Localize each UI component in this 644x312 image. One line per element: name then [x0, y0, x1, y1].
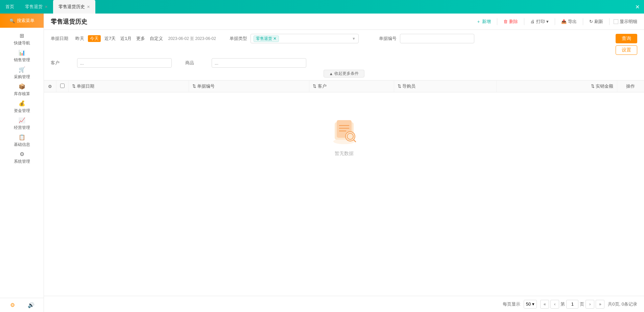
gear-button[interactable]: ⚙: [8, 300, 17, 310]
page-total: 共0页, 0条记录: [608, 301, 637, 307]
settings-icon: ⚙: [48, 84, 52, 89]
date-opt-custom[interactable]: 自定义: [149, 35, 164, 42]
sidebar-item-finance[interactable]: 💰 资金管理: [0, 98, 44, 115]
export-button[interactable]: 📤 导出: [559, 17, 579, 26]
show-detail-wrap: 显示明细: [614, 19, 637, 25]
inventory-icon: 📦: [18, 83, 26, 90]
export-label: 导出: [568, 19, 577, 25]
date-opt-more[interactable]: 更多: [135, 35, 146, 42]
type-select-box[interactable]: 零售退货 ✕ ▼: [251, 34, 359, 43]
th-number: ⇅ 单据编号: [189, 81, 309, 92]
page-label-after: 页: [580, 301, 584, 307]
filter-area: 单据日期 昨天 今天 近7天 近1月 更多 自定义 2023-06-02 至 2…: [44, 30, 644, 81]
date-opt-1month[interactable]: 近1月: [119, 35, 133, 42]
sidebar-bottom: ⚙ 🔊: [0, 298, 44, 312]
date-range-display: 2023-06-02 至 2023-06-02: [168, 36, 216, 42]
show-detail-checkbox[interactable]: [614, 19, 618, 24]
tab-retail-return-history-label: 零售退货历史: [58, 4, 85, 10]
last-page-button[interactable]: »: [596, 300, 604, 309]
tab-retail-return[interactable]: 零售退货 ✕: [20, 0, 53, 14]
page-title: 零售退货历史: [51, 18, 87, 26]
sidebar-item-operations[interactable]: 📈 经营管理: [0, 115, 44, 132]
close-window-button[interactable]: ✕: [630, 0, 644, 14]
sidebar-search-label: 搜索菜单: [17, 18, 34, 24]
goods-filter-label: 商品: [185, 60, 209, 66]
th-date-label: ⇅ 单据日期: [72, 84, 95, 89]
export-icon: 📤: [561, 19, 567, 24]
sidebar-item-inventory[interactable]: 📦 库存核算: [0, 81, 44, 98]
tab-retail-return-history[interactable]: 零售退货历史 ✕: [53, 0, 95, 14]
collapse-label: 收起更多条件: [334, 71, 359, 76]
settings-button[interactable]: 设置: [616, 45, 637, 55]
date-opt-yesterday[interactable]: 昨天: [74, 35, 85, 42]
sidebar-item-quick-nav-label: 快捷导航: [14, 40, 30, 46]
sidebar-item-system-mgmt-label: 系统管理: [14, 159, 30, 164]
query-settings-col: 查询 设置: [616, 34, 637, 55]
date-opt-today[interactable]: 今天: [88, 35, 101, 42]
print-label: 打印: [536, 19, 545, 25]
refresh-button[interactable]: ↻ 刷新: [587, 17, 605, 26]
filter-row-1: 单据日期 昨天 今天 近7天 近1月 更多 自定义 2023-06-02 至 2…: [51, 34, 637, 55]
sidebar-item-system-mgmt[interactable]: ⚙ 系统管理: [0, 149, 44, 166]
refresh-icon: ↻: [589, 19, 593, 24]
delete-icon: 🗑: [503, 19, 508, 24]
prev-page-button[interactable]: ‹: [550, 300, 559, 309]
th-date: ⇅ 单据日期: [68, 81, 189, 92]
date-opt-7days[interactable]: 近7天: [103, 35, 117, 42]
sidebar-item-basic-info[interactable]: 📋 基础信息: [0, 132, 44, 149]
next-page-button[interactable]: ›: [586, 300, 594, 309]
system-mgmt-icon: ⚙: [18, 150, 26, 158]
collapse-button[interactable]: ▲ 收起更多条件: [324, 70, 365, 77]
th-customer-label: ⇅ 客户: [313, 84, 327, 89]
divider-5: [609, 18, 610, 25]
pagination-bar: 每页显示 50 ▾ « ‹ 第 页 › » 共0页, 0条记录: [44, 296, 644, 312]
page-number-input[interactable]: [566, 300, 578, 309]
page-label-before: 第: [560, 301, 565, 307]
type-tag-label: 零售退货: [256, 36, 272, 42]
table-header-row: ⚙ ⇅ 单据日期 ⇅ 单据编号: [44, 81, 644, 92]
sidebar-item-sales-mgmt[interactable]: 📊 销售管理: [0, 47, 44, 64]
number-filter-input[interactable]: [400, 34, 474, 43]
divider-3: [555, 18, 555, 25]
customer-filter-input[interactable]: [77, 58, 172, 68]
page-size-label: 每页显示: [503, 301, 520, 307]
th-amount-label: ⇅ 实销金额: [591, 84, 614, 89]
page-size-select[interactable]: 50 ▾: [524, 300, 537, 309]
tab-bar: 首页 零售退货 ✕ 零售退货历史 ✕: [0, 0, 630, 14]
delete-label: 删除: [509, 19, 518, 25]
volume-button[interactable]: 🔊: [26, 300, 36, 310]
page-nav: « ‹ 第 页 › »: [540, 300, 604, 309]
goods-filter: 商品: [185, 58, 306, 68]
th-settings[interactable]: ⚙: [44, 81, 56, 92]
empty-illustration: [327, 113, 361, 147]
empty-text: 暂无数据: [335, 151, 354, 157]
first-page-button[interactable]: «: [540, 300, 549, 309]
type-tag-remove[interactable]: ✕: [273, 36, 277, 41]
main-layout: 🔍 搜索菜单 ⊞ 快捷导航 📊 销售管理 🛒 采购管理 📦 库存核算 💰: [0, 14, 644, 312]
sidebar-item-quick-nav[interactable]: ⊞ 快捷导航: [0, 30, 44, 47]
top-bar: 首页 零售退货 ✕ 零售退货历史 ✕ ✕: [0, 0, 644, 14]
sidebar: 🔍 搜索菜单 ⊞ 快捷导航 📊 销售管理 🛒 采购管理 📦 库存核算 💰: [0, 14, 44, 312]
sidebar-item-purchase-mgmt[interactable]: 🛒 采购管理: [0, 64, 44, 81]
data-table: ⚙ ⇅ 单据日期 ⇅ 单据编号: [44, 81, 644, 92]
quick-nav-icon: ⊞: [18, 32, 26, 39]
tab-home[interactable]: 首页: [0, 0, 20, 14]
purchase-mgmt-icon: 🛒: [18, 66, 26, 73]
page-size-value: 50: [526, 302, 531, 307]
th-check[interactable]: [56, 81, 68, 92]
divider-1: [497, 18, 497, 25]
print-button[interactable]: 🖨 打印 ▾: [528, 17, 551, 26]
tab-retail-return-close[interactable]: ✕: [45, 5, 48, 9]
sidebar-search[interactable]: 🔍 搜索菜单: [0, 14, 44, 28]
select-all-checkbox[interactable]: [60, 84, 65, 88]
new-button[interactable]: ＋ 新增: [474, 17, 493, 26]
empty-state: 暂无数据: [44, 92, 644, 177]
basic-info-icon: 📋: [18, 133, 26, 141]
search-icon: 🔍: [9, 18, 15, 23]
query-button[interactable]: 查询: [616, 34, 637, 43]
tab-retail-return-history-close[interactable]: ✕: [87, 5, 90, 9]
goods-filter-input[interactable]: [212, 58, 306, 68]
customer-filter: 客户: [51, 58, 172, 68]
sales-mgmt-icon: 📊: [18, 49, 26, 56]
delete-button[interactable]: 🗑 删除: [501, 17, 520, 26]
